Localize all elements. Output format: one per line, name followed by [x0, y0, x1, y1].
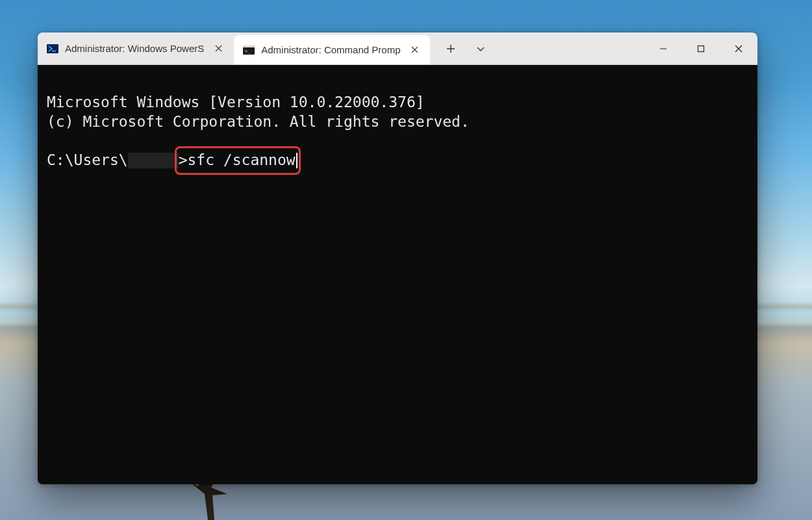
titlebar[interactable]: Administrator: Windows PowerS >_ Adminis…: [38, 32, 757, 65]
maximize-button[interactable]: [682, 32, 720, 65]
close-icon: [735, 45, 742, 53]
prompt-suffix: >: [179, 151, 188, 168]
close-icon: [411, 46, 418, 53]
tab-label: Administrator: Command Promp: [261, 44, 400, 55]
svg-text:>_: >_: [245, 49, 251, 54]
svg-rect-6: [698, 46, 704, 52]
banner-line: (c) Microsoft Corporation. All rights re…: [47, 113, 470, 130]
tab-actions: [430, 32, 495, 64]
minimize-button[interactable]: [644, 32, 682, 65]
window-controls: [644, 32, 757, 64]
close-window-button[interactable]: [720, 32, 757, 65]
tab-powershell[interactable]: Administrator: Windows PowerS: [38, 32, 234, 64]
text-cursor: [296, 153, 298, 168]
maximize-icon: [697, 45, 705, 53]
redacted-username: [128, 153, 179, 168]
terminal-window: Administrator: Windows PowerS >_ Adminis…: [38, 32, 757, 484]
powershell-icon: [47, 43, 58, 55]
terminal-output[interactable]: Microsoft Windows [Version 10.0.22000.37…: [38, 65, 757, 484]
plus-icon: [446, 44, 455, 53]
command-text: sfc /scannow: [187, 151, 295, 168]
chevron-down-icon: [476, 44, 485, 53]
tab-dropdown-button[interactable]: [466, 32, 495, 65]
close-icon: [215, 45, 222, 52]
banner-line: Microsoft Windows [Version 10.0.22000.37…: [47, 94, 425, 110]
titlebar-drag-region[interactable]: [495, 32, 644, 64]
tab-close-button[interactable]: [210, 41, 226, 57]
prompt-prefix: C:\Users\: [47, 151, 128, 168]
tab-label: Administrator: Windows PowerS: [65, 43, 204, 54]
svg-rect-3: [243, 46, 255, 47]
prompt-line: C:\Users\>sfc /scannow: [47, 151, 298, 168]
tab-command-prompt[interactable]: >_ Administrator: Command Promp: [234, 35, 430, 64]
cmd-icon: >_: [243, 44, 255, 56]
new-tab-button[interactable]: [437, 32, 465, 65]
tab-close-button[interactable]: [407, 42, 422, 58]
minimize-icon: [659, 45, 667, 53]
